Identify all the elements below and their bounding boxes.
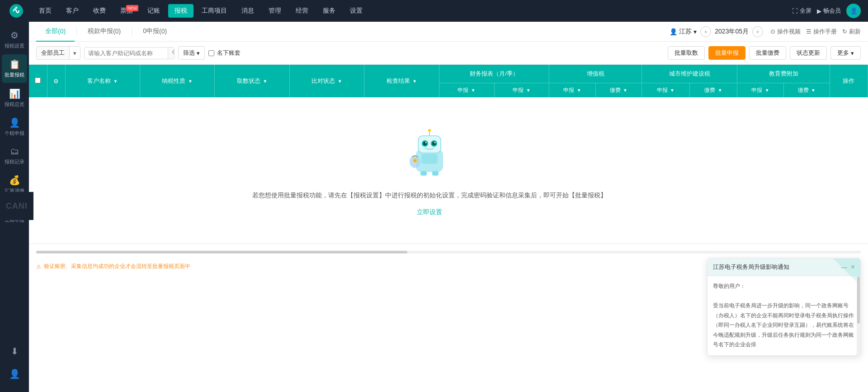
sidebar-item-tax-settings[interactable]: ⚙ 报税设置 (2, 25, 27, 53)
subaccount-checkbox-label[interactable]: 名下账套 (208, 49, 241, 57)
new-badge: NEW (126, 5, 138, 11)
setup-link[interactable]: 立即设置 (417, 208, 442, 216)
status-update-button[interactable]: 状态更新 (790, 46, 827, 60)
sidebar-item-tax-overview[interactable]: 📊 报税总览 (2, 84, 27, 112)
nav-business[interactable]: 工商项目 (195, 4, 233, 18)
subaccount-checkbox[interactable] (208, 50, 214, 56)
date-navigation: 👤 江苏 ▾ ‹ 2023年05月 › (670, 26, 763, 37)
notif-corner-decoration (833, 258, 860, 286)
batch-get-button[interactable]: 批量取数 (668, 46, 705, 60)
tab-divider-1 (76, 27, 77, 36)
tax-overview-icon: 📊 (9, 88, 20, 99)
nav-bookkeeping[interactable]: 记账 (141, 4, 166, 18)
tab-divider-2 (132, 27, 132, 36)
app-logo[interactable] (7, 3, 25, 19)
th-edu-pay: 缴费 ▼ (783, 83, 830, 97)
next-month-button[interactable]: › (752, 26, 763, 37)
notif-scrollbar[interactable] (857, 277, 860, 355)
sidebar-profile[interactable]: 👤 (2, 364, 27, 386)
nav-operation[interactable]: 经营 (289, 4, 315, 18)
th-operation: 操作 (830, 65, 868, 97)
vip-label: 畅会员 (823, 7, 841, 15)
batch-tax-icon: 📋 (9, 59, 20, 70)
notification-content: 受当前电子税务局进一步升级的影响，同一个政务网账号（办税人）名下的企业不能再同时… (713, 302, 854, 348)
notif-scrollbar-thumb (857, 277, 860, 324)
more-label: 更多 (837, 49, 849, 57)
notification-panel: 江苏电子税务局升级影响通知 — × 尊敬的用户： 受当前电子税务局进一步升级的影… (707, 258, 861, 356)
empty-row: ¥ 若您想使用批量报税功能，请先在【报税设置】中进行报税的初始化设置，完成密码验… (29, 97, 868, 244)
filter-label: 筛选 (183, 49, 195, 57)
person-icon: 👤 (670, 28, 677, 35)
nav-tax[interactable]: 报税 (168, 4, 193, 18)
employee-select-group[interactable]: 全部员工 ▾ (36, 46, 80, 60)
subaccount-label: 名下账套 (217, 49, 241, 57)
refresh-label: 刷新 (849, 28, 861, 36)
svg-rect-12 (421, 154, 438, 164)
nav-invoice[interactable]: 票据 NEW (114, 4, 139, 18)
sidebar-label-tax-overview: 报税总览 (5, 101, 24, 107)
th-financial-declare: 申报 ▼ (439, 83, 494, 97)
svg-rect-17 (432, 171, 439, 176)
refresh-button[interactable]: ↻ 刷新 (842, 28, 861, 36)
operation-manual-link[interactable]: ☰ 操作手册 (806, 28, 837, 36)
user-avatar[interactable]: 👤 (846, 4, 861, 18)
tab-all-label: 全部 (45, 27, 58, 35)
nav-message[interactable]: 消息 (235, 4, 260, 18)
video-icon: ⊙ (770, 28, 775, 35)
current-date: 2023年05月 (715, 28, 749, 36)
svg-point-9 (434, 142, 435, 143)
nav-manage[interactable]: 管理 (262, 4, 288, 18)
nav-items: 首页 客户 收费 票据 NEW 记账 报税 工商项目 消息 管理 经营 服务 设… (33, 4, 792, 18)
sidebar-label-personal-tax: 个税申报 (5, 130, 24, 136)
province-selector[interactable]: 👤 江苏 ▾ (670, 28, 697, 36)
fullscreen-button[interactable]: ⛶ 全屏 (792, 7, 811, 15)
th-education-fee: 教育费附加 (737, 65, 830, 83)
more-chevron-icon: ▾ (851, 50, 854, 57)
chevron-down-icon: ▾ (693, 28, 697, 35)
sidebar-bottom: ⬇ 👤 (2, 341, 27, 392)
more-button[interactable]: 更多 ▾ (830, 46, 861, 60)
tab-tax-declare[interactable]: 税款申报(0) (79, 22, 130, 42)
horizontal-scrollbar[interactable] (36, 251, 861, 253)
search-input[interactable] (85, 48, 168, 59)
operation-manual-label: 操作手册 (813, 28, 837, 36)
sidebar-label-tax-settings: 报税设置 (5, 43, 24, 49)
personal-tax-icon: 👤 (9, 117, 20, 128)
svg-rect-16 (420, 171, 427, 176)
tab-zero-declare[interactable]: 0申报(0) (134, 22, 176, 42)
th-city-pay: 缴费 ▼ (689, 83, 737, 97)
batch-pay-button[interactable]: 批量缴费 (749, 46, 786, 60)
notification-body: 尊敬的用户： 受当前电子税务局进一步升级的影响，同一个政务网账号（办税人）名下的… (708, 276, 860, 355)
tax-records-icon: 🗂 (10, 146, 19, 157)
nav-right: ⛶ 全屏 ▶ 畅会员 👤 (792, 4, 861, 18)
table-header-main: ⚙ 客户名称 ▼ 纳税性质 ▼ 取数状态 ▼ 比对状态 ▼ 检查结果 ▼ 财务报… (29, 65, 868, 83)
filter-button[interactable]: 筛选 ▾ (178, 46, 205, 60)
batch-declare-button[interactable]: 批量申报 (708, 46, 745, 60)
nav-home[interactable]: 首页 (33, 4, 58, 18)
nav-service[interactable]: 服务 (316, 4, 342, 18)
prev-month-button[interactable]: ‹ (700, 26, 711, 37)
vip-button[interactable]: ▶ 畅会员 (817, 7, 841, 15)
tab-all-count: 0 (60, 28, 64, 35)
warning-text: 验证账密、采集信息均成功的企业才会流转至批量报税页面中 (44, 263, 190, 270)
sidebar-item-tax-records[interactable]: 🗂 报税记录 (2, 142, 27, 169)
sidebar-item-batch-tax[interactable]: 📋 批量报税 (2, 54, 27, 82)
nav-customer[interactable]: 客户 (60, 4, 85, 18)
select-all-checkbox[interactable] (35, 77, 41, 83)
sidebar-download[interactable]: ⬇ (2, 341, 27, 363)
sidebar-item-personal-tax[interactable]: 👤 个税申报 (2, 113, 27, 141)
tab-tax-declare-count: 0 (115, 28, 119, 35)
th-get-status: 取数状态 ▼ (215, 65, 289, 97)
th-vat-pay: 缴费 ▼ (595, 83, 642, 97)
nav-settings[interactable]: 设置 (344, 4, 369, 18)
svg-rect-3 (418, 136, 441, 153)
tab-all[interactable]: 全部(0) (36, 22, 75, 42)
scrollbar-thumb (36, 251, 407, 253)
search-button[interactable]: 🔍 (168, 48, 175, 59)
operation-video-link[interactable]: ⊙ 操作视频 (770, 28, 801, 36)
province-label: 江苏 (679, 28, 692, 36)
employee-dropdown-arrow[interactable]: ▾ (70, 48, 80, 59)
th-edu-declare: 申报 ▼ (737, 83, 783, 97)
nav-fee[interactable]: 收费 (87, 4, 112, 18)
warning-icon: ⚠ (36, 263, 41, 270)
